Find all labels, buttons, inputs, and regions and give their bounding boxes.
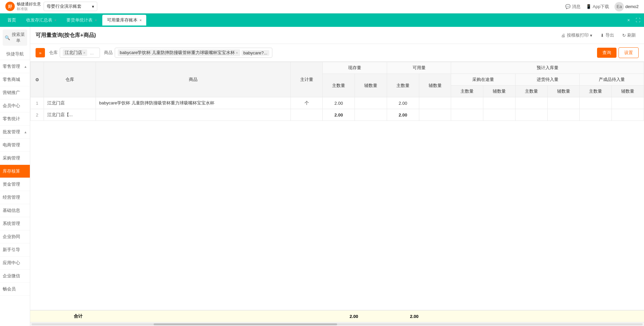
sidebar-item-marketing[interactable]: 营销推广 (0, 86, 30, 99)
th-purchase-main: 主数量 (451, 86, 483, 97)
th-unit: 主计量 (290, 62, 323, 97)
row-num: 1 (31, 97, 44, 109)
filter-expand-button[interactable]: » (36, 48, 45, 57)
product-tag-2-value: babycare?... (244, 50, 268, 55)
sidebar-item-member-app[interactable]: 畅会员 (0, 283, 30, 296)
sidebar-item-label: 采购管理 (3, 155, 20, 161)
sidebar-item-inventory[interactable]: 库存核算 (0, 165, 30, 178)
tab-home[interactable]: 首页 (3, 15, 21, 26)
close-all-tabs-button[interactable]: × (625, 17, 632, 24)
sidebar-item-purchase[interactable]: 采购管理 (0, 152, 30, 165)
product-tag-1: babycare学饮杯 儿童防摔防撞吸管杯重力球吸嘴杯宝宝水杯 × (118, 49, 240, 56)
th-warehouse: 仓库 (44, 62, 96, 97)
tab-receipts-close[interactable]: × (54, 18, 56, 22)
row-stock-aux (355, 97, 387, 109)
sidebar-item-label: 批发管理 (3, 129, 20, 135)
product-tag-1-close[interactable]: × (236, 51, 238, 55)
sidebar-item-wechat[interactable]: 企业微信 (0, 270, 30, 283)
sidebar-item-retail-stats[interactable]: 零售统计 (0, 112, 30, 126)
company-selector[interactable]: 母婴行业演示账套 ▾ (44, 2, 97, 11)
table-row: 2 江北门店【... 2.00 2.00 (31, 109, 644, 121)
sidebar-item-retail-mall[interactable]: 零售商城 (0, 73, 30, 86)
data-table: ⚙ 仓库 商品 主计量 现存量 可用量 预计入库量 主数量 辅数量 主数量 (30, 62, 644, 121)
sidebar-item-label: 会员中心 (3, 103, 20, 109)
table-area: ⚙ 仓库 商品 主计量 现存量 可用量 预计入库量 主数量 辅数量 主数量 (30, 62, 644, 326)
sidebar-item-label: 经营管理 (3, 194, 20, 200)
row-available-aux (419, 109, 451, 121)
warehouse-more-dots[interactable]: ... (89, 50, 95, 55)
page-actions: 🖨 按模板打印 ▾ ⬇ 导出 ↻ 刷新 (558, 31, 639, 40)
row-stock-main: 2.00 (323, 97, 355, 109)
sidebar-item-finance[interactable]: 资金管理 (0, 178, 30, 191)
settings-button[interactable]: 设置 (619, 47, 639, 58)
th-product: 商品 (96, 62, 290, 97)
sidebar-item-label: 零售统计 (3, 116, 20, 122)
company-name: 母婴行业演示账套 (47, 3, 82, 9)
th-available-group: 可用量 (387, 62, 451, 74)
logo-icon: 好 (5, 2, 15, 11)
row-stock-aux (355, 109, 387, 121)
maximize-button[interactable]: ⛶ (635, 17, 641, 24)
row-incoming-aux (547, 97, 580, 109)
sidebar-item-enterprise[interactable]: 企业协同 (0, 230, 30, 243)
tab-orders[interactable]: 要货单统计表 × (62, 15, 101, 26)
app-download-button[interactable]: 📱 App下载 (586, 4, 609, 10)
row-warehouse: 江北门店 (44, 97, 96, 109)
row-production-main (580, 109, 612, 121)
product-filter-input[interactable]: babycare学饮杯 儿童防摔防撞吸管杯重力球吸嘴杯宝宝水杯 × babyca… (115, 48, 272, 58)
warehouse-filter-group: 仓库 江北门店 × ... (49, 48, 100, 58)
tab-home-label: 首页 (7, 17, 16, 23)
tab-receipts-label: 收发存汇总表 (26, 17, 52, 23)
row-warehouse: 江北门店【... (44, 109, 96, 121)
warehouse-filter-label: 仓库 (49, 50, 58, 56)
horizontal-scrollbar[interactable] (30, 322, 644, 326)
message-button[interactable]: 💬 消息 (565, 4, 581, 10)
warehouse-filter-input[interactable]: 江北门店 × ... (60, 48, 100, 58)
th-stock-group: 现存量 (323, 62, 387, 74)
sidebar-item-system[interactable]: 系统管理 (0, 217, 30, 230)
tab-receipts[interactable]: 收发存汇总表 × (21, 15, 61, 26)
sidebar-item-retail-mgmt[interactable]: 零售管理 ▲ (0, 60, 30, 73)
sidebar-item-label: 企业微信 (3, 273, 20, 279)
th-stock-aux: 辅数量 (355, 74, 387, 97)
print-template-button[interactable]: 🖨 按模板打印 ▾ (558, 31, 595, 40)
sidebar-item-members[interactable]: 会员中心 (0, 99, 30, 112)
row-incoming-aux (547, 109, 580, 121)
sidebar-item-wholesale[interactable]: 批发管理 ▲ (0, 126, 30, 139)
print-icon: 🖨 (561, 33, 566, 38)
sidebar-section: 零售管理 ▲ 零售商城 营销推广 会员中心 零售统计 批发管理 ▲ 电商管理 (0, 60, 30, 296)
query-button[interactable]: 查询 (597, 48, 616, 58)
sidebar-item-label: 资金管理 (3, 181, 20, 187)
export-button[interactable]: ⬇ 导出 (598, 31, 617, 40)
phone-icon: 📱 (586, 4, 591, 9)
app-edition: 标准版 (17, 6, 41, 11)
sidebar-quick-nav[interactable]: 快捷导航 (0, 48, 30, 60)
th-purchase-aux: 辅数量 (483, 86, 516, 97)
sidebar-item-basic-info[interactable]: 基础信息 (0, 204, 30, 217)
content-area: 可用量查询(按仓库+商品) 🖨 按模板打印 ▾ ⬇ 导出 ↻ 刷新 (30, 27, 644, 326)
sidebar-item-newbie[interactable]: 新手引导 (0, 243, 30, 257)
sidebar-item-label: 零售商城 (3, 77, 20, 83)
export-icon: ⬇ (600, 33, 604, 38)
refresh-button[interactable]: ↻ 刷新 (620, 31, 639, 40)
sidebar-item-ecommerce[interactable]: 电商管理 (0, 139, 30, 152)
quick-nav-label: 快捷导航 (6, 51, 24, 56)
search-menu-button[interactable]: 🔍 搜索菜单 (3, 30, 27, 46)
page-title: 可用量查询(按仓库+商品) (36, 32, 96, 39)
warehouse-tag-close[interactable]: × (83, 51, 85, 55)
sidebar-item-app-center[interactable]: 应用中心 (0, 257, 30, 270)
expand-icon: » (39, 50, 41, 55)
th-settings: ⚙ (31, 62, 44, 97)
row-purchase-main (451, 97, 483, 109)
tab-inventory[interactable]: 可用量库存账本 × (102, 15, 146, 26)
nav-tabs-bar: 首页 收发存汇总表 × 要货单统计表 × 可用量库存账本 × × ⛶ (0, 13, 644, 27)
user-profile[interactable]: Ea demo2 (614, 2, 639, 11)
filter-bar: » 仓库 江北门店 × ... 商品 babycare学饮杯 儿童防摔防撞吸管杯… (30, 44, 644, 62)
table-footer: 合计 2.00 2.00 (30, 310, 644, 322)
tab-orders-close[interactable]: × (95, 18, 97, 22)
row-product (96, 109, 290, 121)
th-forecast-group: 预计入库量 (451, 62, 644, 74)
sidebar-item-operations[interactable]: 经营管理 (0, 191, 30, 204)
page-header: 可用量查询(按仓库+商品) 🖨 按模板打印 ▾ ⬇ 导出 ↻ 刷新 (30, 27, 644, 44)
tab-inventory-close[interactable]: × (140, 18, 142, 22)
